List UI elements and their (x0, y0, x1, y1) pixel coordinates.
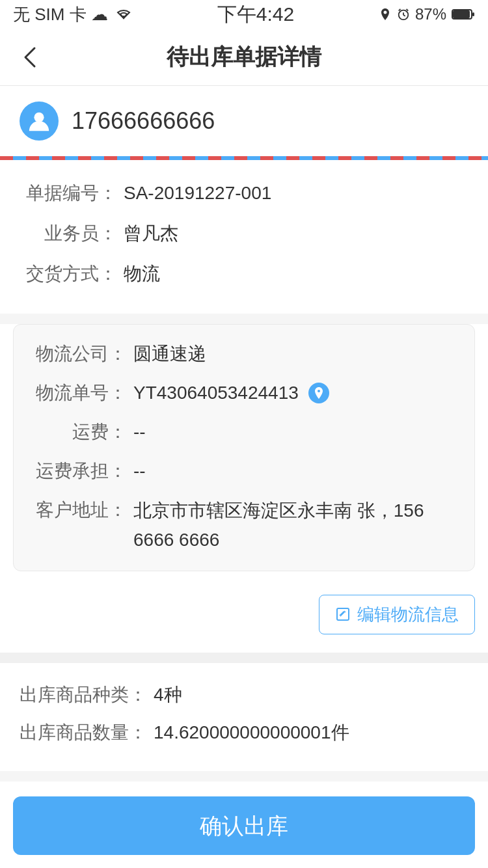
battery-icon (452, 8, 475, 20)
logistics-company-value: 圆通速递 (133, 340, 459, 368)
freight-bearer-label: 运费承担： (29, 457, 133, 485)
logistics-company-row: 物流公司： 圆通速递 (29, 340, 459, 368)
logistics-card: 物流公司： 圆通速递 物流单号： YT43064053424413 运费： --… (13, 324, 475, 571)
customer-phone: 17666666666 (72, 107, 215, 135)
staff-label: 业务员： (20, 220, 124, 247)
svg-line-2 (403, 15, 405, 16)
confirm-btn-wrapper: 确认出库 (0, 783, 488, 868)
delivery-label: 交货方式： (20, 260, 124, 288)
status-bar: 无 SIM 卡 ☁ 下午4:42 87% (0, 0, 488, 29)
product-type-row: 出库商品种类： 4种 (20, 683, 468, 707)
logistics-tracking-value: YT43064053424413 (133, 379, 459, 407)
confirm-button[interactable]: 确认出库 (13, 796, 475, 855)
address-label: 客户地址： (29, 496, 133, 524)
document-info-section: 单据编号： SA-20191227-001 业务员： 曾凡杰 交货方式： 物流 (0, 160, 488, 314)
avatar (20, 102, 59, 141)
nav-bar: 待出库单据详情 (0, 29, 488, 86)
doc-number-value: SA-20191227-001 (124, 180, 468, 207)
doc-number-row: 单据编号： SA-20191227-001 (20, 180, 468, 207)
edit-logistics-row: 编辑物流信息 (0, 584, 488, 653)
back-button[interactable] (16, 43, 44, 72)
page-title: 待出库单据详情 (167, 42, 321, 72)
freight-bearer-row: 运费承担： -- (29, 457, 459, 485)
staff-value: 曾凡杰 (124, 220, 468, 247)
freight-label: 运费： (29, 418, 133, 446)
status-left: 无 SIM 卡 ☁ (13, 3, 133, 26)
svg-rect-7 (453, 10, 470, 18)
battery-text: 87% (415, 5, 446, 23)
doc-number-label: 单据编号： (20, 180, 124, 207)
product-type-label: 出库商品种类： (20, 683, 154, 707)
delivery-row: 交货方式： 物流 (20, 260, 468, 288)
logistics-tracking-row: 物流单号： YT43064053424413 (29, 379, 459, 407)
product-section: 出库商品种类： 4种 出库商品数量： 14.620000000000001件 (0, 663, 488, 771)
svg-line-3 (399, 9, 401, 11)
staff-row: 业务员： 曾凡杰 (20, 220, 468, 247)
product-quantity-value: 14.620000000000001件 (154, 720, 349, 745)
section-separator-1 (0, 653, 488, 663)
alarm-icon (397, 7, 410, 21)
freight-bearer-value: -- (133, 457, 459, 485)
freight-row: 运费： -- (29, 418, 459, 446)
svg-point-8 (34, 113, 44, 122)
product-quantity-row: 出库商品数量： 14.620000000000001件 (20, 720, 468, 745)
address-row: 客户地址： 北京市市辖区海淀区永丰南 张，156 6666 6666 (29, 496, 459, 555)
tracking-location-icon[interactable] (308, 382, 330, 404)
svg-line-4 (406, 9, 408, 11)
svg-rect-6 (472, 12, 474, 16)
customer-header: 17666666666 (0, 86, 488, 156)
edit-icon (335, 606, 351, 622)
logistics-company-label: 物流公司： (29, 340, 133, 368)
edit-logistics-button[interactable]: 编辑物流信息 (319, 595, 475, 634)
location-status-icon (379, 7, 392, 21)
status-time: 下午4:42 (217, 1, 294, 28)
freight-value: -- (133, 418, 459, 446)
product-type-value: 4种 (154, 683, 182, 707)
logistics-tracking-label: 物流单号： (29, 379, 133, 407)
product-quantity-label: 出库商品数量： (20, 720, 154, 745)
address-value: 北京市市辖区海淀区永丰南 张，156 6666 6666 (133, 496, 459, 555)
delivery-value: 物流 (124, 260, 468, 288)
wifi-icon (115, 8, 133, 21)
edit-logistics-label: 编辑物流信息 (357, 603, 459, 626)
status-right: 87% (379, 5, 475, 23)
sim-text: 无 SIM 卡 ☁ (13, 3, 108, 26)
